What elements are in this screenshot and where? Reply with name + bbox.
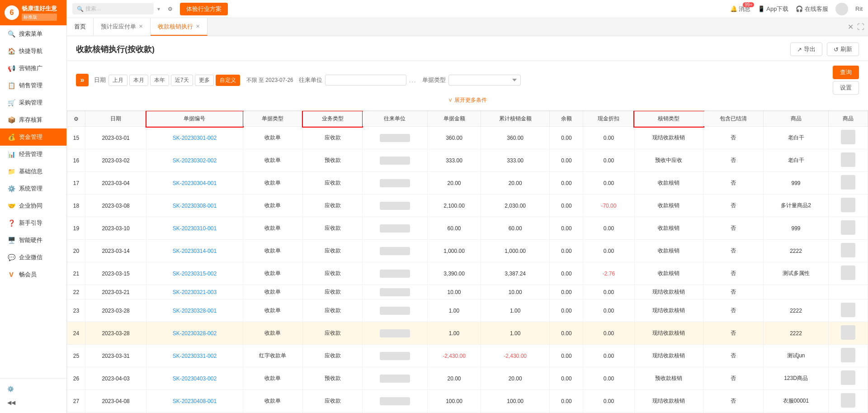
cell-voucher-no[interactable]: SK-20230408-001 xyxy=(146,390,243,413)
cell-date: 2023-03-28 xyxy=(85,322,146,345)
user-avatar[interactable] xyxy=(835,3,848,15)
sidebar-item-operations[interactable]: 📊 经营管理 xyxy=(0,146,66,163)
filter-more-btn[interactable]: 更多 xyxy=(195,75,214,86)
cell-no: 21 xyxy=(67,262,85,285)
cell-include-settled: 否 xyxy=(703,322,764,345)
table-row: 242023-03-28SK-20230328-002收款单应收款██████1… xyxy=(67,322,868,345)
tab-home[interactable]: 首页 xyxy=(67,18,94,36)
filter-7days-btn[interactable]: 近7天 xyxy=(171,75,193,86)
filter-expand-left-btn[interactable]: » xyxy=(76,74,89,86)
topbar-search[interactable]: 🔍 搜索... xyxy=(72,3,154,14)
cell-biz-type: 应收款 xyxy=(303,322,362,345)
export-btn[interactable]: ↗ 导出 xyxy=(790,43,822,56)
topbar-right: 🔔 消息 99+ 📱 App下载 🎧 在线客服 Rit xyxy=(730,3,863,15)
sidebar-item-marketing[interactable]: 📢 营销推广 xyxy=(0,60,66,77)
cell-voucher-type: 收款单 xyxy=(243,195,303,217)
headset-icon: 🎧 xyxy=(796,5,803,12)
cell-amount: 20.00 xyxy=(428,367,481,390)
solution-btn[interactable]: 体验行业方案 xyxy=(180,3,228,15)
topbar-dropdown-arrow[interactable]: ▾ xyxy=(157,6,160,12)
cell-discount: 0.00 xyxy=(583,172,634,195)
cell-voucher-type: 收款单 xyxy=(243,299,303,322)
setting-btn[interactable]: 设置 xyxy=(833,81,859,95)
sidebar-item-basic[interactable]: 📁 基础信息 xyxy=(0,163,66,180)
filter-partner-input[interactable] xyxy=(325,75,406,85)
sidebar-collapse-btn[interactable]: ◀◀ xyxy=(0,396,66,409)
col-settings-icon[interactable]: ⚙ xyxy=(74,116,79,122)
cell-voucher-no[interactable]: SK-20230302-002 xyxy=(146,149,243,172)
filter-custom-btn[interactable]: 自定义 xyxy=(216,75,240,86)
tab-collection-label: 收款核销执行 xyxy=(158,23,193,31)
cell-voucher-no[interactable]: SK-20230301-002 xyxy=(146,127,243,149)
cell-voucher-no[interactable]: SK-20230304-001 xyxy=(146,172,243,195)
col-settings[interactable]: ⚙ xyxy=(67,111,85,127)
sidebar-item-shortcut[interactable]: 🏠 快捷导航 xyxy=(0,43,66,60)
query-btn[interactable]: 查询 xyxy=(833,66,859,79)
cell-balance: 0.00 xyxy=(550,172,583,195)
cell-voucher-no[interactable]: SK-20230314-001 xyxy=(146,240,243,262)
cell-voucher-no[interactable]: SK-20230328-002 xyxy=(146,322,243,345)
table-row: 162023-03-02SK-20230302-002收款单预收款██████3… xyxy=(67,149,868,172)
cell-voucher-no[interactable]: SK-20230310-001 xyxy=(146,217,243,240)
sidebar-item-purchase[interactable]: 🛒 采购管理 xyxy=(0,94,66,111)
tab-prepay-close[interactable]: ✕ xyxy=(139,24,143,29)
notifications-btn[interactable]: 🔔 消息 99+ xyxy=(730,5,751,13)
sidebar-item-sales[interactable]: 📋 销售管理 xyxy=(0,77,66,94)
app-download-btn[interactable]: 📱 App下载 xyxy=(758,5,788,13)
cell-voucher-no[interactable]: SK-20230403-002 xyxy=(146,367,243,390)
sidebar-item-guide[interactable]: ❓ 新手引导 xyxy=(0,214,66,232)
cell-balance: 0.00 xyxy=(550,345,583,367)
online-service-btn[interactable]: 🎧 在线客服 xyxy=(796,5,828,13)
expand-more-btn[interactable]: ∨ 展开更多条件 xyxy=(448,97,486,103)
cell-voucher-type: 红字收款单 xyxy=(243,345,303,367)
cell-no: 19 xyxy=(67,217,85,240)
filter-this-month-btn[interactable]: 本月 xyxy=(129,75,148,86)
cell-voucher-no[interactable]: SK-20230331-002 xyxy=(146,345,243,367)
finance-icon: 💰 xyxy=(7,133,15,141)
refresh-btn[interactable]: ↺ 刷新 xyxy=(827,43,859,56)
table-row: 172023-03-04SK-20230304-001收款单应收款██████2… xyxy=(67,172,868,195)
cell-cumulative: 3,387.24 xyxy=(481,262,550,285)
tab-maximize-btn[interactable]: ⛶ xyxy=(857,23,864,31)
sidebar-item-search[interactable]: 🔍 搜索菜单 xyxy=(0,25,66,43)
cell-voucher-no[interactable]: SK-20230308-001 xyxy=(146,195,243,217)
sidebar-item-member[interactable]: V 畅会员 xyxy=(0,266,66,283)
table-row: 252023-03-31SK-20230331-002红字收款单应收款█████… xyxy=(67,345,868,367)
tab-prepay[interactable]: 预计应应付单 ✕ xyxy=(94,18,151,36)
table-row: 182023-03-08SK-20230308-001收款单应收款██████2… xyxy=(67,195,868,217)
cell-voucher-no[interactable]: SK-20230315-002 xyxy=(146,262,243,285)
topbar-gear-btn[interactable]: ⚙ xyxy=(164,3,176,15)
cell-voucher-no[interactable]: SK-20230321-003 xyxy=(146,285,243,299)
cell-include-settled: 否 xyxy=(703,172,764,195)
sales-icon: 📋 xyxy=(7,82,15,89)
cell-date: 2023-03-02 xyxy=(85,149,146,172)
filter-this-year-btn[interactable]: 本年 xyxy=(150,75,169,86)
table-row: 262023-04-03SK-20230403-002收款单预收款██████2… xyxy=(67,367,868,390)
filter-last-month-btn[interactable]: 上月 xyxy=(108,75,127,86)
cell-product-img xyxy=(828,367,868,390)
cell-no: 24 xyxy=(67,322,85,345)
sidebar-item-wechat[interactable]: 💬 企业微信 xyxy=(0,249,66,266)
cell-amount: 100.00 xyxy=(428,390,481,413)
cell-cancel-type: 现结收款核销 xyxy=(634,345,703,367)
cell-balance: 0.00 xyxy=(550,195,583,217)
cell-cancel-type: 收款核销 xyxy=(634,262,703,285)
cell-voucher-no[interactable]: SK-20230328-001 xyxy=(146,299,243,322)
tab-close-all-btn[interactable]: ✕ xyxy=(848,23,854,31)
table-container[interactable]: ⚙ 日期 单据编号 单据类型 业务类型 往来单位 单据金额 累计核销金额 余额 … xyxy=(67,111,868,413)
tabbar-actions: ✕ ⛶ xyxy=(844,18,868,36)
tab-collection-close[interactable]: ✕ xyxy=(196,24,200,29)
cell-discount: 0.00 xyxy=(583,367,634,390)
tab-collection[interactable]: 收款核销执行 ✕ xyxy=(151,18,208,36)
sidebar-item-inventory[interactable]: 📦 库存核算 xyxy=(0,111,66,128)
cell-product-img xyxy=(828,322,868,345)
col-cancel-type: 核销类型 xyxy=(634,111,703,127)
sidebar-item-hardware[interactable]: 🖥️ 智能硬件 xyxy=(0,232,66,249)
filter-voucher-type-select[interactable]: 收款单 红字收款单 xyxy=(448,75,521,85)
sidebar-settings-btn[interactable]: ⚙️ xyxy=(0,382,66,396)
sidebar-item-system[interactable]: ⚙️ 系统管理 xyxy=(0,180,66,197)
sidebar-item-finance[interactable]: 💰 资金管理 xyxy=(0,128,66,146)
col-partner: 往来单位 xyxy=(362,111,427,127)
cell-date: 2023-03-21 xyxy=(85,285,146,299)
sidebar-item-enterprise[interactable]: 🤝 企业协同 xyxy=(0,197,66,214)
